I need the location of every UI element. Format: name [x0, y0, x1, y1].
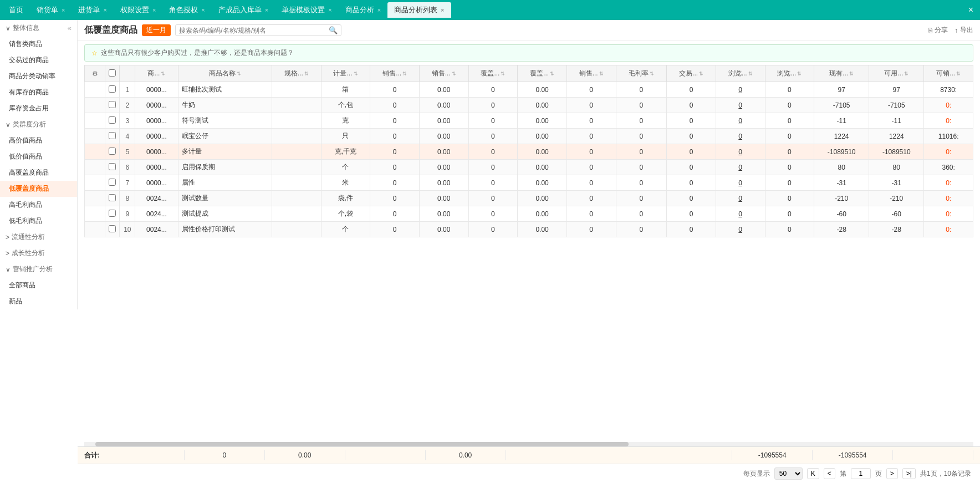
col-sales-amt[interactable]: 销售...⇅ [419, 65, 468, 82]
col-trans[interactable]: 交易...⇅ [667, 65, 716, 82]
row-browse1[interactable]: 0 [716, 160, 765, 175]
col-name[interactable]: 商品名称⇅ [178, 65, 272, 82]
horizontal-scrollbar[interactable] [84, 442, 973, 446]
row-browse1[interactable]: 0 [716, 191, 765, 206]
tab-product-analysis[interactable]: 商品分析 × [339, 2, 387, 18]
row-num: 2 [120, 98, 135, 113]
col-cov2[interactable]: 覆盖...⇅ [518, 65, 567, 82]
row-unit: 袋,件 [321, 191, 370, 206]
row-checkbox[interactable] [105, 144, 120, 160]
tab-product-storage[interactable]: 产成品入库单 × [212, 2, 275, 18]
close-tab-product-analysis-list[interactable]: × [441, 7, 444, 13]
period-button[interactable]: 近一月 [142, 24, 171, 36]
col-sales-qty[interactable]: 销售...⇅ [370, 65, 420, 82]
row-browse1[interactable]: 0 [716, 113, 765, 129]
row-checkbox[interactable] [105, 98, 120, 113]
row-trans: 0 [667, 160, 716, 175]
row-browse1[interactable]: 0 [716, 98, 765, 113]
window-close-button[interactable]: × [964, 5, 978, 15]
row-browse1[interactable]: 0 [716, 144, 765, 160]
row-settings [85, 191, 105, 206]
sidebar-section-circulation[interactable]: > 流通性分析 [0, 229, 77, 245]
sidebar-item-low-margin[interactable]: 低毛利商品 [0, 213, 77, 229]
tab-template-settings[interactable]: 单据模板设置 × [275, 2, 338, 18]
row-name: 属性价格打印测试 [178, 222, 272, 237]
col-current[interactable]: 现有...⇅ [814, 65, 869, 82]
sidebar-item-stocked-goods[interactable]: 有库存的商品 [0, 84, 77, 100]
tab-role-auth[interactable]: 角色授权 × [162, 2, 211, 18]
sidebar-section-growth[interactable]: > 成长性分析 [0, 245, 77, 261]
sidebar-item-low-coverage[interactable]: 低覆盖度商品 [0, 181, 77, 197]
col-unit[interactable]: 计量...⇅ [321, 65, 370, 82]
col-browse2[interactable]: 浏览...⇅ [765, 65, 814, 82]
row-checkbox[interactable] [105, 113, 120, 129]
sidebar-item-all-goods[interactable]: 全部商品 [0, 277, 77, 293]
sidebar-section-overall[interactable]: ∨ 整体信息 « [0, 20, 77, 36]
col-available[interactable]: 可用...⇅ [869, 65, 924, 82]
first-page-button[interactable]: K [807, 468, 819, 479]
close-tab-purchase-order[interactable]: × [103, 7, 106, 13]
col-sales2[interactable]: 销售...⇅ [566, 65, 616, 82]
table-row: 9 0024... 测试提成 个,袋 0 0.00 0 0.00 0 0 0 0… [85, 206, 973, 222]
tab-sales-order[interactable]: 销货单 × [30, 2, 72, 18]
last-page-button[interactable]: >| [902, 468, 916, 479]
page-size-select[interactable]: 50 100 200 [774, 467, 803, 480]
sidebar-item-stock-capital[interactable]: 库存资金占用 [0, 100, 77, 116]
sidebar-item-high-value[interactable]: 高价值商品 [0, 133, 77, 149]
prev-page-button[interactable]: < [824, 468, 835, 479]
close-tab-template-settings[interactable]: × [328, 7, 331, 13]
row-checkbox[interactable] [105, 160, 120, 175]
close-tab-permissions[interactable]: × [152, 7, 156, 13]
sidebar-item-traded-goods[interactable]: 交易过的商品 [0, 52, 77, 68]
col-settings[interactable]: ⚙ [85, 65, 105, 82]
row-checkbox[interactable] [105, 222, 120, 237]
row-browse1[interactable]: 0 [716, 175, 765, 191]
export-button[interactable]: ↑ 导出 [955, 26, 973, 35]
row-browse1[interactable]: 0 [716, 129, 765, 144]
col-gross[interactable]: 毛利率⇅ [616, 65, 667, 82]
col-browse1[interactable]: 浏览...⇅ [716, 65, 765, 82]
row-checkbox[interactable] [105, 206, 120, 222]
row-sales-amt: 0.00 [419, 98, 468, 113]
current-page-input[interactable] [851, 468, 871, 479]
row-checkbox[interactable] [105, 175, 120, 191]
close-tab-sales-order[interactable]: × [62, 7, 65, 13]
close-tab-product-analysis[interactable]: × [377, 7, 381, 13]
sidebar-item-new-goods[interactable]: 新品 [0, 293, 77, 309]
row-settings [85, 206, 105, 222]
tab-purchase-order[interactable]: 进货单 × [72, 2, 113, 18]
table-row: 1 0000... 旺辅批次测试 箱 0 0.00 0 0.00 0 0 0 0… [85, 82, 973, 98]
close-tab-product-storage[interactable]: × [265, 7, 268, 13]
row-checkbox[interactable] [105, 191, 120, 206]
row-checkbox[interactable] [105, 129, 120, 144]
next-page-button[interactable]: > [886, 468, 898, 479]
row-browse1[interactable]: 0 [716, 82, 765, 98]
row-trans: 0 [667, 191, 716, 206]
sidebar-item-low-value[interactable]: 低价值商品 [0, 149, 77, 165]
share-button[interactable]: ⎘ 分享 [928, 26, 948, 35]
select-all-checkbox[interactable] [109, 69, 116, 77]
search-icon[interactable]: 🔍 [329, 26, 338, 34]
sidebar-item-sales-goods[interactable]: 销售类商品 [0, 36, 77, 52]
sidebar-section-group[interactable]: ∨ 类群度分析 [0, 116, 77, 133]
row-browse1[interactable]: 0 [716, 206, 765, 222]
row-sales-amt: 0.00 [419, 160, 468, 175]
col-spec[interactable]: 规格...⇅ [272, 65, 321, 82]
sidebar-collapse-icon[interactable]: « [68, 24, 72, 32]
tab-permissions[interactable]: 权限设置 × [114, 2, 162, 18]
col-saleable[interactable]: 可销...⇅ [924, 65, 973, 82]
table-container[interactable]: ⚙ 商...⇅ 商品名称⇅ 规格...⇅ 计量...⇅ 销售...⇅ 销售...… [78, 65, 980, 442]
close-tab-role-auth[interactable]: × [201, 7, 205, 13]
col-cov1[interactable]: 覆盖...⇅ [468, 65, 518, 82]
sidebar-item-high-coverage[interactable]: 高覆盖度商品 [0, 165, 77, 181]
col-code[interactable]: 商...⇅ [135, 65, 178, 82]
row-unit: 克 [321, 113, 370, 129]
tab-home[interactable]: 首页 [2, 2, 30, 18]
row-browse1[interactable]: 0 [716, 222, 765, 237]
row-checkbox[interactable] [105, 82, 120, 98]
search-input[interactable] [179, 27, 329, 34]
tab-product-analysis-list[interactable]: 商品分析列表 × [387, 2, 451, 18]
sidebar-item-high-margin[interactable]: 高毛利商品 [0, 197, 77, 213]
sidebar-item-category-rate[interactable]: 商品分类动销率 [0, 68, 77, 84]
sidebar-section-marketing[interactable]: ∨ 营销推广分析 [0, 261, 77, 277]
